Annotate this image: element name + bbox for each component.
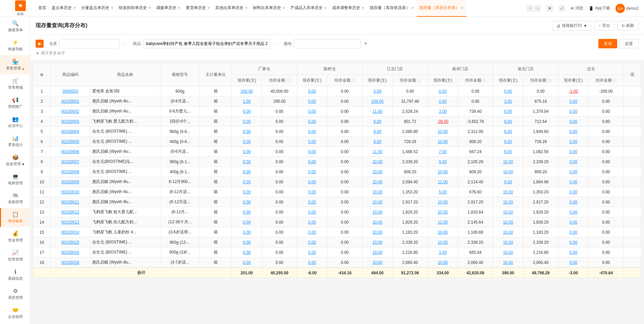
total-qty-link[interactable]: 0.00 <box>570 230 577 235</box>
code-link[interactable]: 00100018 <box>61 260 79 265</box>
sidebar-item-guide[interactable]: 🎓 新手引导 <box>0 323 30 324</box>
jb-qty-link[interactable]: 10.00 <box>372 210 382 215</box>
nav-tab-9[interactable]: 现存量（库存状况表） ✕ <box>367 0 417 17</box>
chen-qty-link[interactable]: 0.00 <box>308 190 316 194</box>
jb-qty-link[interactable]: 109.00 <box>371 99 384 104</box>
total-info-icon[interactable]: ⓘ <box>613 79 616 82</box>
total-qty-link[interactable]: -1.00 <box>569 89 578 94</box>
yb-qty-link[interactable]: 10.00 <box>503 200 513 204</box>
total-qty-link[interactable]: 0.00 <box>570 260 577 265</box>
yb-qty-link[interactable]: 8.00 <box>504 129 512 134</box>
table-container[interactable]: ⚙ 商品编码 商品名称 规格型号 主计量单位 厂家仓 陈村仓 江北门店 南岸门店… <box>30 60 644 324</box>
fac-qty-link[interactable]: 0.00 <box>243 220 251 225</box>
code-link[interactable]: 00100003 <box>61 119 79 124</box>
na-qty-link[interactable]: 10.00 <box>438 170 448 174</box>
fac-qty-link[interactable]: 0.00 <box>243 180 251 184</box>
chen-qty-link[interactable]: 0.00 <box>308 180 316 184</box>
jb-qty-link[interactable]: 9.00 <box>374 139 381 144</box>
tab-close-7[interactable]: ✕ <box>324 6 327 10</box>
nav-tab-10[interactable]: 现存量（库存分布表） ✕ <box>417 0 466 17</box>
na-qty-link[interactable]: 0.00 <box>439 99 446 104</box>
total-qty-link[interactable]: 0.00 <box>570 119 577 124</box>
yb-qty-link[interactable]: 3.00 <box>504 99 512 104</box>
nav-next[interactable]: › <box>534 5 541 12</box>
chen-qty-link[interactable]: 0.00 <box>308 260 316 265</box>
sidebar-item-retail-manage[interactable]: 🏪 零售管理 ▲ <box>0 55 30 74</box>
sidebar-item-member[interactable]: 👥 会员中心 <box>0 112 30 132</box>
nav-tab-2[interactable]: 组装拆卸单历史 ✕ <box>116 0 154 17</box>
code-link[interactable]: 00100005 <box>61 139 79 144</box>
fac-qty-link[interactable]: 0.00 <box>243 129 251 134</box>
yb-qty-link[interactable]: 10.00 <box>503 260 513 265</box>
fac-qty-link[interactable]: 0.00 <box>243 170 251 174</box>
chen-qty-link[interactable]: 0.00 <box>308 240 316 245</box>
settings-btn[interactable]: 设置 <box>619 39 639 48</box>
query-btn[interactable]: 查询 <box>598 39 617 48</box>
nav-tab-1[interactable]: 分量盘点单历史 ✕ <box>78 0 116 17</box>
total-qty-link[interactable]: 0.00 <box>570 220 577 225</box>
chen-info-icon[interactable]: ⓘ <box>352 79 355 82</box>
chen-qty-link[interactable]: 0.00 <box>308 220 316 225</box>
code-link[interactable]: 00100008 <box>61 170 79 174</box>
sidebar-item-system[interactable]: ⚙ 系统管理 <box>0 284 30 304</box>
fac-qty-link[interactable]: 0.00 <box>243 260 251 265</box>
chen-qty-link[interactable]: 0.00 <box>308 139 316 144</box>
na-qty-link[interactable]: 3.00 <box>439 109 446 114</box>
jb-qty-link[interactable]: 10.00 <box>372 170 382 174</box>
code-link[interactable]: 00100006 <box>61 149 79 154</box>
jb-qty-link[interactable]: 10.00 <box>372 180 382 184</box>
yb-qty-link[interactable]: 10.00 <box>503 220 513 225</box>
total-qty-link[interactable]: 0.00 <box>570 159 577 164</box>
sidebar-item-mall[interactable]: 🛒 零售商城 <box>0 74 30 93</box>
chen-qty-link[interactable]: 0.00 <box>308 109 316 114</box>
tab-close-4[interactable]: ✕ <box>207 6 210 10</box>
na-qty-link[interactable]: 3.00 <box>439 250 446 255</box>
code-link[interactable]: 00100012 <box>61 210 79 215</box>
tab-close-10[interactable]: ✕ <box>461 6 464 10</box>
jb-qty-link[interactable]: 11.00 <box>372 149 382 154</box>
sidebar-item-collab[interactable]: 🤝 企业协同 <box>0 304 30 323</box>
fac-qty-link[interactable]: 0.00 <box>243 119 251 124</box>
expand-btn[interactable]: ⤢ <box>558 5 565 12</box>
na-qty-link[interactable]: -39.00 <box>437 119 448 124</box>
color-dropdown-icon[interactable]: ▼ <box>364 41 368 46</box>
code-link[interactable]: 00100014 <box>61 230 79 235</box>
jb-qty-link[interactable]: 10.00 <box>372 159 382 164</box>
na-qty-link[interactable]: 10.00 <box>438 260 448 265</box>
user-avatar-btn[interactable]: Ea demo2 <box>615 4 639 13</box>
total-qty-link[interactable]: 0.00 <box>570 250 577 255</box>
total-qty-link[interactable]: 0.00 <box>570 210 577 215</box>
na-qty-link[interactable]: 10.00 <box>438 129 448 134</box>
warehouse-ellipsis[interactable]: ··· <box>121 41 127 46</box>
yb-qty-link[interactable]: 10.00 <box>503 210 513 215</box>
yb-qty-link[interactable]: 10.00 <box>503 230 513 235</box>
chen-qty-link[interactable]: 0.00 <box>308 200 316 204</box>
chen-qty-link[interactable]: 0.00 <box>308 159 316 164</box>
code-link[interactable]: 00100016 <box>61 250 79 255</box>
sidebar-item-search[interactable]: 🔍 搜索英单 <box>0 17 30 36</box>
nav-home[interactable]: 首页 <box>36 0 49 17</box>
fac-qty-link[interactable]: 0.00 <box>243 240 251 245</box>
export-btn[interactable]: ↑ 导出 <box>594 21 614 31</box>
filter-toggle-arrow[interactable]: ▶ <box>36 40 44 48</box>
total-qty-link[interactable]: 0.00 <box>570 109 577 114</box>
tab-close-5[interactable]: ✕ <box>245 6 248 10</box>
total-qty-link[interactable]: 0.00 <box>570 129 577 134</box>
na-info-icon[interactable]: ⓘ <box>482 79 486 82</box>
nav-tab-5[interactable]: 其他出库单历史 ✕ <box>213 0 250 17</box>
yb-qty-link[interactable]: 8.00 <box>504 149 512 154</box>
tab-close-8[interactable]: ✕ <box>362 6 364 10</box>
chen-qty-link[interactable]: 0.00 <box>308 119 316 124</box>
settings-icon[interactable]: ⚙ <box>40 73 44 77</box>
nav-tab-3[interactable]: 调拨单历史 ✕ <box>154 0 183 17</box>
code-link[interactable]: 00100011 <box>61 200 79 204</box>
yb-qty-link[interactable]: 6.00 <box>504 109 512 114</box>
jb-qty-link[interactable]: 10.00 <box>372 240 382 245</box>
sidebar-item-marketing[interactable]: 📢 营销推广 <box>0 93 30 112</box>
jb-qty-link[interactable]: 0.00 <box>374 89 381 94</box>
total-qty-link[interactable]: 0.00 <box>570 99 577 104</box>
sidebar-item-retail-stats[interactable]: 📊 零售统计 <box>0 132 30 151</box>
total-qty-link[interactable]: 0.00 <box>570 190 577 194</box>
product-input[interactable] <box>143 39 270 48</box>
jb-qty-link[interactable]: 10.00 <box>372 190 382 194</box>
